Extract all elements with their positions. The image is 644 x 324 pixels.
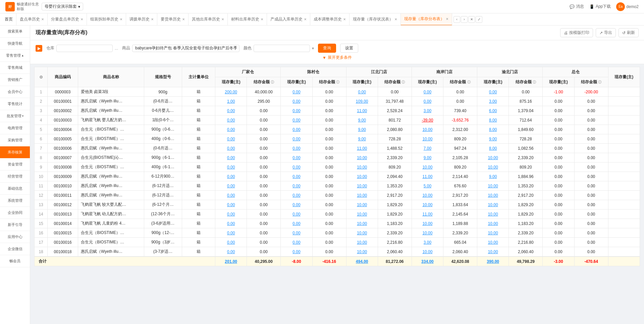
c-stock[interactable]: 0.00 bbox=[281, 228, 312, 238]
yb-stock[interactable]: 0.00 bbox=[477, 87, 509, 97]
sidebar-item-wechat[interactable]: 企业微信 bbox=[0, 243, 30, 255]
nb-stock[interactable]: 5.00 bbox=[412, 181, 443, 191]
jb-stock[interactable]: 10.00 bbox=[346, 247, 378, 257]
c-stock[interactable]: 0.00 bbox=[281, 153, 312, 163]
c-stock[interactable]: 0.00 bbox=[281, 106, 312, 115]
close-icon[interactable]: ✕ bbox=[304, 17, 307, 21]
yb-stock[interactable]: 10.00 bbox=[477, 219, 509, 228]
info-icon[interactable]: ⓘ bbox=[271, 80, 274, 84]
close-icon[interactable]: ✕ bbox=[151, 17, 154, 21]
tab-material-outbound[interactable]: 材料出库单历史 ✕ bbox=[228, 13, 267, 26]
jb-stock[interactable]: 10.00 bbox=[346, 200, 378, 210]
total-stock[interactable]: 0.00 bbox=[543, 247, 574, 257]
sidebar-item-guide[interactable]: 新手引导 bbox=[0, 219, 30, 231]
total-stock[interactable]: 0.00 bbox=[543, 219, 574, 228]
yb-stock[interactable]: 10.00 bbox=[477, 200, 509, 210]
info-icon[interactable]: ⓘ bbox=[467, 80, 471, 84]
nav-prev-arrow[interactable]: ‹ bbox=[453, 16, 460, 23]
jb-stock[interactable]: 11.00 bbox=[346, 144, 378, 153]
yb-stock[interactable]: 9.00 bbox=[477, 134, 509, 144]
sidebar-item-basic-info[interactable]: 基础信息 bbox=[0, 183, 30, 195]
c-stock[interactable]: 0.00 bbox=[281, 163, 312, 172]
f-stock[interactable]: 0.00 bbox=[215, 153, 247, 163]
yb-stock[interactable]: 9.00 bbox=[477, 172, 509, 181]
c-stock[interactable]: 0.00 bbox=[281, 181, 312, 191]
info-icon[interactable]: ⓘ bbox=[598, 80, 601, 84]
info-icon[interactable]: ⓘ bbox=[336, 80, 339, 84]
tab-stock-status[interactable]: 现存量（库存状况表） ✕ bbox=[350, 13, 401, 26]
warehouse-dots[interactable]: ... bbox=[115, 46, 118, 51]
jb-stock[interactable]: 10.00 bbox=[346, 191, 378, 200]
c-stock[interactable]: 0.00 bbox=[281, 144, 312, 153]
goods-input[interactable] bbox=[132, 45, 239, 52]
nb-stock[interactable]: 11.00 bbox=[412, 172, 443, 181]
sidebar-item-marketing[interactable]: 营销推广 bbox=[0, 74, 30, 86]
f-stock[interactable]: 0.00 bbox=[215, 115, 247, 125]
store-selector[interactable]: 母婴行业演示陈套 ▾ bbox=[42, 3, 83, 10]
jb-stock[interactable]: 10.00 bbox=[346, 238, 378, 247]
close-icon[interactable]: ✕ bbox=[120, 17, 122, 21]
nb-stock[interactable]: 10.00 bbox=[412, 125, 443, 134]
export-button[interactable]: ↗ 导出 bbox=[596, 28, 616, 37]
nb-stock[interactable]: 9.00 bbox=[412, 153, 443, 163]
tab-requisition-history[interactable]: 要货单历史 ✕ bbox=[157, 13, 189, 26]
tab-cost-adjust[interactable]: 成本调整单历史 ✕ bbox=[310, 13, 350, 26]
jb-stock[interactable]: 10.00 bbox=[346, 181, 378, 191]
jb-stock[interactable]: 10.00 bbox=[346, 228, 378, 238]
total-stock[interactable]: 0.00 bbox=[543, 125, 574, 134]
nb-stock[interactable]: 10.00 bbox=[412, 191, 443, 200]
table-container[interactable]: ⚙ 商品编码 商品名称 规格型号 主计量单位 厂家仓 陈村仓 江北门店 南岸门店… bbox=[30, 64, 644, 324]
nb-stock[interactable]: 10.00 bbox=[412, 247, 443, 257]
tab-stock-distribution[interactable]: 现存量（库存分布表） ✕ bbox=[401, 13, 452, 26]
f-stock[interactable]: 0.00 bbox=[215, 181, 247, 191]
app-download-link[interactable]: 📱 App下载 bbox=[589, 4, 611, 9]
total-stock[interactable]: 0.00 bbox=[543, 134, 574, 144]
close-icon[interactable]: ✕ bbox=[80, 17, 83, 21]
close-icon[interactable]: ✕ bbox=[41, 17, 44, 21]
f-stock[interactable]: 0.00 bbox=[215, 172, 247, 181]
yb-stock[interactable]: 10.00 bbox=[477, 238, 509, 247]
c-stock[interactable]: 0.00 bbox=[281, 97, 312, 106]
f-stock[interactable]: 0.00 bbox=[215, 228, 247, 238]
yb-stock[interactable]: 10.00 bbox=[477, 210, 509, 219]
total-stock[interactable]: 0.00 bbox=[543, 97, 574, 106]
c-stock[interactable]: 0.00 bbox=[281, 115, 312, 125]
th-settings[interactable]: ⚙ bbox=[35, 67, 48, 87]
total-stock[interactable]: 0.00 bbox=[543, 115, 574, 125]
jb-stock[interactable]: 10.00 bbox=[346, 153, 378, 163]
message-link[interactable]: 💬 消息 bbox=[570, 4, 584, 9]
nb-stock[interactable]: 0.00 bbox=[412, 87, 443, 97]
f-stock[interactable]: 0.00 bbox=[215, 247, 247, 257]
expand-conditions-btn[interactable]: ▼ 展开更多条件 bbox=[322, 55, 352, 60]
nb-stock[interactable]: 7.00 bbox=[412, 144, 443, 153]
c-stock[interactable]: 0.00 bbox=[281, 219, 312, 228]
jb-stock[interactable]: 109.00 bbox=[346, 97, 378, 106]
total-jb-stock[interactable]: 494.00 bbox=[346, 257, 378, 266]
jb-stock[interactable]: 9.00 bbox=[346, 115, 378, 125]
f-stock[interactable]: 200.00 bbox=[215, 87, 247, 97]
total-stock[interactable]: 0.00 bbox=[543, 181, 574, 191]
f-stock[interactable]: 0.00 bbox=[215, 125, 247, 134]
sidebar-item-retail-mgmt[interactable]: 零售管理 ▲ bbox=[0, 50, 30, 62]
sidebar-item-system[interactable]: 系统管理 bbox=[0, 195, 30, 207]
f-stock[interactable]: 0.00 bbox=[215, 191, 247, 200]
jb-stock[interactable]: 9.00 bbox=[346, 134, 378, 144]
total-stock[interactable]: 0.00 bbox=[543, 144, 574, 153]
yb-stock[interactable]: 8.00 bbox=[477, 125, 509, 134]
info-icon[interactable]: ⓘ bbox=[401, 80, 405, 84]
total-stock[interactable]: 0.00 bbox=[543, 210, 574, 219]
yb-stock[interactable]: 10.00 bbox=[477, 163, 509, 172]
c-stock[interactable]: 0.00 bbox=[281, 191, 312, 200]
c-stock[interactable]: 0.00 bbox=[281, 210, 312, 219]
sidebar-item-ecommerce[interactable]: 电商管理 bbox=[0, 122, 30, 134]
yb-stock[interactable]: 3.00 bbox=[477, 97, 509, 106]
collapse-btn[interactable]: ▶ bbox=[36, 45, 42, 52]
tab-outbound-history[interactable]: 其他出库单历史 ✕ bbox=[189, 13, 228, 26]
f-stock[interactable]: 0.00 bbox=[215, 134, 247, 144]
close-icon[interactable]: ✕ bbox=[221, 17, 224, 21]
nav-close-arrow[interactable]: ✕ bbox=[468, 16, 475, 23]
jb-stock[interactable]: 11.00 bbox=[346, 106, 378, 115]
f-stock[interactable]: 0.00 bbox=[215, 210, 247, 219]
total-stock[interactable]: 0.00 bbox=[543, 228, 574, 238]
f-stock[interactable]: 0.00 bbox=[215, 200, 247, 210]
